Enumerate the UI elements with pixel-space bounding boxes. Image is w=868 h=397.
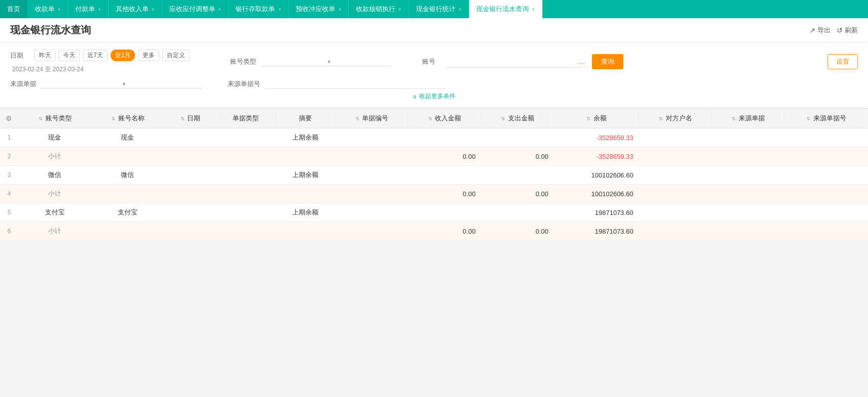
source-doc-select[interactable]: ▼ xyxy=(40,80,202,89)
col-summary[interactable]: 摘要 xyxy=(276,109,335,128)
cell-summary xyxy=(276,222,335,241)
cell-date xyxy=(164,128,215,147)
col-account-type-label: 账号类型 xyxy=(45,114,72,122)
cell-account-type: 支付宝 xyxy=(18,203,91,222)
data-table: ⚙ ⇅ 账号类型 ⇅ 账号名称 ⇅ 日期 单据类型 摘要 xyxy=(0,108,868,241)
date-btn-more[interactable]: 更多 xyxy=(138,50,159,61)
source-doc-num-label: 来源单据号 xyxy=(227,79,260,89)
nav-close-verify[interactable]: × xyxy=(398,7,401,12)
cell-source-doc-num xyxy=(784,185,867,203)
col-account-type[interactable]: ⇅ 账号类型 xyxy=(18,109,91,128)
cell-income: 0.00 xyxy=(407,147,480,166)
gear-icon[interactable]: ⚙ xyxy=(6,114,12,122)
cell-doc-type xyxy=(215,147,276,166)
collapse-label: 收起更多条件 xyxy=(419,92,455,101)
col-date[interactable]: ⇅ 日期 xyxy=(164,109,215,128)
refresh-label: 刷新 xyxy=(845,26,858,35)
nav-item-home[interactable]: 首页 xyxy=(0,0,28,18)
collapse-row[interactable]: ∧ 收起更多条件 xyxy=(10,92,858,101)
date-btn-1month[interactable]: 近1月 xyxy=(111,50,135,61)
cell-source-doc-num xyxy=(784,147,867,166)
col-doc-type-label: 单据类型 xyxy=(233,114,259,122)
nav-close-receipt[interactable]: × xyxy=(58,7,61,12)
cell-source-doc xyxy=(711,185,784,203)
col-expense-label: 支出金额 xyxy=(508,114,534,122)
col-account-name[interactable]: ⇅ 账号名称 xyxy=(91,109,164,128)
nav-item-receipt[interactable]: 收款单 × xyxy=(28,0,68,18)
cell-income xyxy=(407,128,480,147)
cell-num: 3 xyxy=(0,166,18,185)
col-doc-num[interactable]: ⇅ 单据编号 xyxy=(335,109,407,128)
col-source-doc[interactable]: ⇅ 来源单据 xyxy=(711,109,784,128)
cell-expense xyxy=(481,166,554,185)
sort-icon-doc-num: ⇅ xyxy=(355,116,359,121)
nav-close-flow[interactable]: × xyxy=(532,7,535,12)
account-label: 账号 xyxy=(422,57,442,66)
nav-label-bank-deposit: 银行存取款单 xyxy=(236,5,275,14)
account-type-label: 账号类型 xyxy=(230,57,256,66)
col-income-label: 收入金额 xyxy=(435,114,461,122)
nav-item-advance[interactable]: 预收冲应收单 × xyxy=(289,0,349,18)
nav-item-payment[interactable]: 付款单 × xyxy=(68,0,109,18)
filter-area: 日期 昨天 今天 近7天 近1月 更多 自定义 2023-02-24 至 202… xyxy=(0,42,868,108)
cell-summary xyxy=(276,147,335,166)
cell-date xyxy=(164,185,215,203)
nav-item-other-income[interactable]: 其他收入单 × xyxy=(109,0,162,18)
sort-icon-source-doc: ⇅ xyxy=(732,116,736,121)
sort-icon-balance: ⇅ xyxy=(586,116,590,121)
export-button[interactable]: ↗ 导出 xyxy=(809,26,831,35)
cell-account-name xyxy=(91,147,164,166)
nav-close-payment[interactable]: × xyxy=(98,7,101,12)
cell-doc-num xyxy=(335,203,407,222)
table-row: 2 小计 0.00 0.00 -3528659.33 xyxy=(0,147,868,166)
nav-close-stats[interactable]: × xyxy=(459,7,462,12)
nav-close-other-income[interactable]: × xyxy=(152,7,155,12)
col-summary-label: 摘要 xyxy=(299,114,312,122)
nav-close-bank-deposit[interactable]: × xyxy=(278,7,281,12)
nav-close-advance[interactable]: × xyxy=(338,7,341,12)
sort-icon-account-type: ⇅ xyxy=(38,116,42,121)
account-ellipsis-button[interactable]: ... xyxy=(578,57,585,66)
col-counterpart[interactable]: ⇅ 对方户名 xyxy=(638,109,711,128)
col-date-label: 日期 xyxy=(187,114,200,122)
cell-num: 2 xyxy=(0,147,18,166)
col-doc-type[interactable]: 单据类型 xyxy=(215,109,276,128)
date-label: 日期 xyxy=(10,51,30,60)
col-income[interactable]: ⇅ 收入金额 xyxy=(407,109,480,128)
nav-item-verify[interactable]: 收款核销执行 × xyxy=(349,0,409,18)
table-header-row: ⚙ ⇅ 账号类型 ⇅ 账号名称 ⇅ 日期 单据类型 摘要 xyxy=(0,109,868,128)
nav-label-payment: 付款单 xyxy=(75,5,95,14)
cell-counterpart xyxy=(638,166,711,185)
sort-icon-income: ⇅ xyxy=(428,116,432,121)
table-row: 6 小计 0.00 0.00 19871073.60 xyxy=(0,222,868,241)
table-container: ⚙ ⇅ 账号类型 ⇅ 账号名称 ⇅ 日期 单据类型 摘要 xyxy=(0,108,868,241)
col-expense[interactable]: ⇅ 支出金额 xyxy=(481,109,554,128)
settings-button[interactable]: 设置 xyxy=(828,54,858,69)
nav-item-flow[interactable]: 现金银行流水查询 × xyxy=(469,0,542,18)
date-btn-7days[interactable]: 近7天 xyxy=(83,50,108,61)
cell-summary: 上期余额 xyxy=(276,203,335,222)
table-row: 1 现金 现金 上期余额 -3528659.33 xyxy=(0,128,868,147)
refresh-button[interactable]: ↺ 刷新 xyxy=(837,26,858,35)
account-type-select[interactable]: ▼ xyxy=(260,58,392,66)
date-btn-yesterday[interactable]: 昨天 xyxy=(34,50,56,61)
cell-doc-type xyxy=(215,128,276,147)
source-doc-num-input[interactable] xyxy=(267,80,443,87)
col-balance[interactable]: ⇅ 余额 xyxy=(554,109,638,128)
cell-doc-num xyxy=(335,222,407,241)
date-btn-custom[interactable]: 自定义 xyxy=(162,50,190,61)
cell-account-name xyxy=(91,222,164,241)
page-title: 现金银行流水查询 xyxy=(10,23,91,37)
sort-icon-source-doc-num: ⇅ xyxy=(806,116,810,121)
cell-expense: 0.00 xyxy=(481,222,554,241)
cell-doc-num xyxy=(335,185,407,203)
cell-balance: 19871073.60 xyxy=(554,222,638,241)
nav-item-adjust[interactable]: 应收应付调整单 × xyxy=(162,0,229,18)
nav-item-bank-deposit[interactable]: 银行存取款单 × xyxy=(229,0,289,18)
nav-item-stats[interactable]: 现金银行统计 × xyxy=(409,0,469,18)
col-source-doc-num[interactable]: ⇅ 来源单据号 xyxy=(784,109,867,128)
date-btn-today[interactable]: 今天 xyxy=(59,50,80,61)
cell-account-name: 微信 xyxy=(91,166,164,185)
query-button[interactable]: 查询 xyxy=(592,54,623,69)
nav-close-adjust[interactable]: × xyxy=(218,7,221,12)
